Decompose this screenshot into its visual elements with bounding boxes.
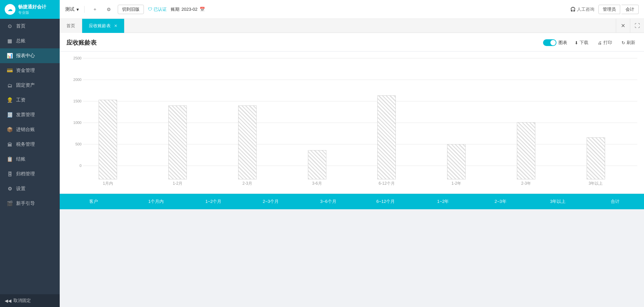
x-label-1-2月: 1-2月 xyxy=(143,181,213,186)
print-label: 打印 xyxy=(603,40,612,46)
bar-column-2-3月 xyxy=(213,105,282,179)
chart-label: 图表 xyxy=(558,40,567,46)
calendar-icon[interactable]: 📅 xyxy=(200,7,205,12)
switch-version-button[interactable]: 切到旧版 xyxy=(118,5,144,14)
nav-icon-archive: 🗄 xyxy=(7,171,13,177)
nav-icon-funds: 💳 xyxy=(7,68,13,74)
table-header-cell-1: 1个月内 xyxy=(127,194,184,209)
bar-column-2-3年 xyxy=(491,122,561,179)
sidebar-item-settings[interactable]: ⚙ 设置 xyxy=(0,181,60,196)
sidebar-label-invoice: 发票管理 xyxy=(16,112,35,118)
tabbar-actions: ✕ ⛶ xyxy=(616,19,644,33)
nav-icon-reports: 📊 xyxy=(7,53,13,59)
sidebar-label-archive: 归档管理 xyxy=(16,171,35,177)
app-subtitle: 专业版 xyxy=(18,10,46,15)
user-role-group: 管理员 会计 xyxy=(598,5,639,14)
sidebar-label-guide: 新手引导 xyxy=(16,201,35,207)
sidebar-item-invoice[interactable]: 🧾 发票管理 xyxy=(0,107,60,122)
sidebar-label-tax: 税务管理 xyxy=(16,141,35,147)
bar-3-6月 xyxy=(308,150,326,180)
sidebar-item-archive[interactable]: 🗄 归档管理 xyxy=(0,167,60,181)
close-tab-button[interactable]: ✕ xyxy=(616,19,630,33)
maximize-button[interactable]: ⛶ xyxy=(630,19,644,33)
refresh-label: 刷新 xyxy=(627,40,635,46)
project-name: 测试 xyxy=(65,6,74,12)
page-actions: 图表 ⬇ 下载 🖨 打印 ↻ 刷新 xyxy=(543,38,637,47)
x-label-2-3月: 2-3月 xyxy=(213,181,282,186)
role-button[interactable]: 会计 xyxy=(622,5,639,14)
refresh-icon: ↻ xyxy=(622,40,625,45)
topbar-right: 🎧 人工咨询 管理员 会计 xyxy=(570,5,639,14)
table-section: 客户1个月内1~2个月2~3个月3~6个月6~12个月1~2年2~3年3年以上合… xyxy=(60,194,644,209)
tab-label-receivable-aging: 应收账龄表 xyxy=(89,23,111,29)
table-header-cell-5: 6~12个月 xyxy=(357,194,414,209)
print-icon: 🖨 xyxy=(598,40,602,45)
print-button[interactable]: 🖨 打印 xyxy=(596,38,614,47)
sidebar-item-reports[interactable]: 📊 报表中心 xyxy=(0,48,60,63)
sidebar-item-funds[interactable]: 💳 资金管理 xyxy=(0,63,60,78)
certified-label: 已认证 xyxy=(154,6,167,12)
sidebar-item-guide[interactable]: 🎬 新手引导 xyxy=(0,196,60,211)
table-header-cell-7: 2~3年 xyxy=(472,194,529,209)
nav-icon-settlement: 📋 xyxy=(7,156,13,162)
service-label: 人工咨询 xyxy=(577,6,594,12)
bar-2-3年 xyxy=(517,122,535,179)
tab-receivable-aging[interactable]: 应收账龄表✕ xyxy=(82,19,124,33)
app-title: 畅捷通好会计 xyxy=(18,4,46,10)
download-button[interactable]: ⬇ 下载 xyxy=(573,38,590,47)
sidebar-nav: ⊙ 首页 ▦ 总账 📊 报表中心 💳 资金管理 🗂 固定资产 👷 工资 🧾 发票… xyxy=(0,19,60,294)
shield-icon: 🛡 xyxy=(148,7,152,12)
bar-column-6-12个月 xyxy=(352,95,422,179)
nav-icon-settings: ⚙ xyxy=(7,186,13,192)
customer-service-button[interactable]: 🎧 人工咨询 xyxy=(570,6,594,12)
download-icon: ⬇ xyxy=(575,40,578,45)
nav-icon-assets: 🗂 xyxy=(7,83,13,88)
sidebar-item-ledger[interactable]: ▦ 总账 xyxy=(0,34,60,48)
sidebar-item-assets[interactable]: 🗂 固定资产 xyxy=(0,78,60,93)
bar-column-1-2月 xyxy=(143,105,213,179)
add-button[interactable]: ＋ xyxy=(90,5,100,14)
period-value: 2023-02 xyxy=(181,7,198,12)
chart-container: 05001000150020002500 1月内1-2月2-3月3-6月6-12… xyxy=(60,52,644,193)
bar-column-3年以上 xyxy=(561,137,631,179)
main-area: 测试 ▾ ＋ ⚙ 切到旧版 🛡 已认证 账期 2023-02 📅 🎧 人工咨询 … xyxy=(60,0,644,307)
sidebar-item-home[interactable]: ⊙ 首页 xyxy=(0,19,60,34)
nav-icon-tax: 🏛 xyxy=(7,142,13,147)
nav-icon-home: ⊙ xyxy=(7,23,13,29)
project-selector[interactable]: 测试 ▾ xyxy=(65,6,79,12)
bar-1月内 xyxy=(99,100,117,180)
sidebar-item-purchase-sale[interactable]: 📦 进销台账 xyxy=(0,122,60,137)
sidebar-item-settlement[interactable]: 📋 结账 xyxy=(0,152,60,167)
settings-button[interactable]: ⚙ xyxy=(104,5,114,13)
nav-icon-payroll: 👷 xyxy=(7,97,13,103)
unpin-label: 取消固定 xyxy=(13,298,31,304)
download-label: 下载 xyxy=(580,40,588,46)
sidebar-item-payroll[interactable]: 👷 工资 xyxy=(0,93,60,107)
unpin-button[interactable]: ◀◀ 取消固定 xyxy=(0,294,60,307)
bar-column-1月内 xyxy=(73,100,143,180)
certified-badge: 🛡 已认证 xyxy=(148,6,167,12)
bar-1-2月 xyxy=(168,105,187,179)
table-header-cell-0: 客户 xyxy=(60,194,127,209)
chart-toggle[interactable]: 图表 xyxy=(543,39,567,46)
sidebar-item-tax[interactable]: 🏛 税务管理 xyxy=(0,137,60,152)
bar-2-3月 xyxy=(238,105,257,179)
manager-button[interactable]: 管理员 xyxy=(598,5,620,14)
tab-close-receivable-aging[interactable]: ✕ xyxy=(114,24,117,28)
page-title: 应收账龄表 xyxy=(66,39,97,47)
sidebar-logo: ☁ 畅捷通好会计 专业版 xyxy=(0,0,60,19)
headset-icon: 🎧 xyxy=(570,7,576,12)
toggle-track[interactable] xyxy=(543,39,556,46)
sidebar-label-assets: 固定资产 xyxy=(16,82,35,88)
x-label-6-12个月: 6-12个月 xyxy=(352,181,422,186)
gear-icon: ⚙ xyxy=(107,7,111,12)
table-header-cell-4: 3~6个月 xyxy=(300,194,357,209)
period-display: 账期 2023-02 📅 xyxy=(171,6,205,12)
sidebar-label-payroll: 工资 xyxy=(16,97,25,103)
refresh-button[interactable]: ↻ 刷新 xyxy=(620,38,637,47)
bar-column-3-6月 xyxy=(282,150,352,180)
sidebar-label-settlement: 结账 xyxy=(16,156,25,162)
tab-home[interactable]: 首页 xyxy=(60,19,82,33)
x-label-1-2年: 1-2年 xyxy=(422,181,491,186)
table-header-cell-8: 3年以上 xyxy=(529,194,587,209)
